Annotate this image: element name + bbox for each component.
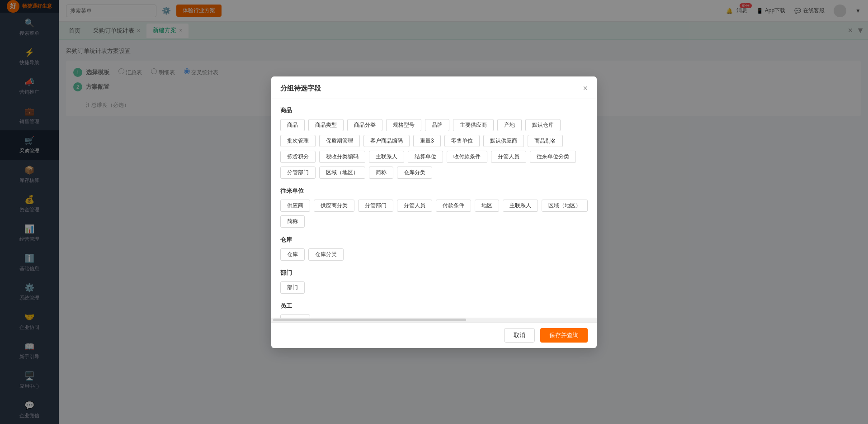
field-tag-0-11[interactable]: 重量3 — [413, 135, 441, 147]
field-section-3: 部门部门 — [280, 269, 588, 294]
field-section-1: 往来单位供应商供应商分类分管部门分管人员付款条件地区主联系人区域（地区）简称 — [280, 187, 588, 228]
section-title-4: 员工 — [280, 302, 588, 310]
field-tags-4: 业务员 — [280, 314, 588, 318]
field-tag-0-9[interactable]: 保质期管理 — [319, 135, 360, 147]
field-tag-1-5[interactable]: 地区 — [475, 200, 499, 212]
field-tag-0-7[interactable]: 默认仓库 — [525, 119, 561, 131]
field-tag-1-2[interactable]: 分管部门 — [358, 200, 393, 212]
field-tag-1-1[interactable]: 供应商分类 — [314, 200, 354, 212]
field-tag-0-0[interactable]: 商品 — [280, 119, 305, 131]
modal-footer: 取消 保存并查询 — [271, 322, 597, 348]
field-tag-0-15[interactable]: 拣货积分 — [280, 151, 316, 163]
field-tag-1-0[interactable]: 供应商 — [280, 200, 310, 212]
field-select-modal: 分组待选字段 × 商品商品商品类型商品分类规格型号品牌主要供应商产地默认仓库批次… — [271, 76, 597, 348]
field-tag-2-1[interactable]: 仓库分类 — [308, 248, 344, 261]
section-title-3: 部门 — [280, 269, 588, 277]
field-tag-0-4[interactable]: 品牌 — [425, 119, 449, 131]
field-tag-0-17[interactable]: 主联系人 — [369, 151, 404, 163]
section-title-2: 仓库 — [280, 236, 588, 244]
field-tag-0-5[interactable]: 主要供应商 — [453, 119, 494, 131]
field-tag-0-3[interactable]: 规格型号 — [386, 119, 421, 131]
field-tag-0-10[interactable]: 客户商品编码 — [363, 135, 410, 147]
save-button[interactable]: 保存并查询 — [540, 328, 588, 343]
field-tag-0-6[interactable]: 产地 — [497, 119, 522, 131]
field-tag-0-1[interactable]: 商品类型 — [308, 119, 344, 131]
modal-horizontal-scrollbar[interactable] — [271, 318, 597, 322]
field-tag-0-13[interactable]: 默认供应商 — [483, 135, 524, 147]
field-tag-0-19[interactable]: 收付款条件 — [447, 151, 487, 163]
field-tag-1-7[interactable]: 区域（地区） — [542, 200, 588, 212]
field-tags-3: 部门 — [280, 281, 588, 294]
modal-title: 分组待选字段 — [280, 84, 321, 93]
field-tag-0-18[interactable]: 结算单位 — [408, 151, 443, 163]
field-tag-0-24[interactable]: 简称 — [369, 167, 393, 179]
field-tag-1-3[interactable]: 分管人员 — [397, 200, 432, 212]
field-section-4: 员工业务员 — [280, 302, 588, 318]
modal-close-button[interactable]: × — [583, 84, 588, 93]
field-tags-0: 商品商品类型商品分类规格型号品牌主要供应商产地默认仓库批次管理保质期管理客户商品… — [280, 119, 588, 179]
field-tag-0-8[interactable]: 批次管理 — [280, 135, 316, 147]
field-tag-1-4[interactable]: 付款条件 — [436, 200, 471, 212]
field-tag-0-16[interactable]: 税收分类编码 — [319, 151, 365, 163]
field-tag-3-0[interactable]: 部门 — [280, 281, 305, 294]
section-title-1: 往来单位 — [280, 187, 588, 195]
field-tag-1-6[interactable]: 主联系人 — [503, 200, 538, 212]
field-tag-0-2[interactable]: 商品分类 — [347, 119, 382, 131]
field-tags-2: 仓库仓库分类 — [280, 248, 588, 261]
field-tag-0-14[interactable]: 商品别名 — [528, 135, 563, 147]
hscroll-thumb — [273, 319, 466, 321]
field-tag-1-8[interactable]: 简称 — [280, 215, 305, 228]
section-title-0: 商品 — [280, 106, 588, 114]
field-tag-0-22[interactable]: 分管部门 — [280, 167, 316, 179]
field-section-0: 商品商品商品类型商品分类规格型号品牌主要供应商产地默认仓库批次管理保质期管理客户… — [280, 106, 588, 179]
field-tag-0-25[interactable]: 仓库分类 — [397, 167, 432, 179]
modal-overlay: 分组待选字段 × 商品商品商品类型商品分类规格型号品牌主要供应商产地默认仓库批次… — [0, 0, 868, 424]
field-tag-4-0[interactable]: 业务员 — [280, 314, 310, 318]
field-section-2: 仓库仓库仓库分类 — [280, 236, 588, 261]
field-tags-1: 供应商供应商分类分管部门分管人员付款条件地区主联系人区域（地区）简称 — [280, 200, 588, 228]
field-tag-0-20[interactable]: 分管人员 — [491, 151, 526, 163]
field-tag-0-12[interactable]: 零售单位 — [444, 135, 480, 147]
modal-header: 分组待选字段 × — [271, 76, 597, 99]
field-tag-2-0[interactable]: 仓库 — [280, 248, 305, 261]
modal-body[interactable]: 商品商品商品类型商品分类规格型号品牌主要供应商产地默认仓库批次管理保质期管理客户… — [271, 99, 597, 318]
field-tag-0-23[interactable]: 区域（地区） — [319, 167, 365, 179]
field-tag-0-21[interactable]: 往来单位分类 — [530, 151, 576, 163]
cancel-button[interactable]: 取消 — [504, 328, 535, 343]
